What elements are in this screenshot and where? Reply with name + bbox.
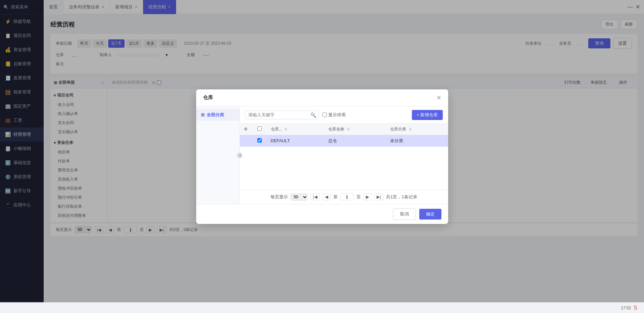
dialog-table: ⚙ 仓库... ⇅ 仓库名称 ⇅	[240, 124, 448, 190]
row-category: 未分类	[386, 135, 448, 147]
dialog-toolbar: 🔍 显示停用 + 新增仓库	[240, 107, 448, 124]
dialog-first-page-btn[interactable]: |◀	[310, 193, 319, 200]
row-code: DEFAULT	[267, 135, 325, 147]
dialog-footer: 取消 确定	[196, 204, 448, 224]
th-settings: ⚙	[240, 124, 253, 135]
search-box: 🔍	[245, 111, 319, 119]
dialog-last-page-btn[interactable]: ▶|	[374, 193, 383, 200]
dialog-title: 仓库	[203, 94, 213, 101]
taskbar: 17:52 S	[0, 302, 644, 313]
row-select-checkbox[interactable]	[257, 138, 262, 143]
dialog-page-suffix: 页	[356, 194, 361, 200]
sort-icon-category: ⇅	[409, 127, 412, 131]
per-page-label-dialog: 每页显示	[270, 194, 288, 200]
dialog-page-label: 算	[333, 194, 338, 200]
sidebar-collapse-btn[interactable]: ◁	[237, 152, 243, 158]
row-checkbox[interactable]	[253, 135, 267, 147]
th-code[interactable]: 仓库... ⇅	[267, 124, 325, 135]
dialog-prev-page-btn[interactable]: ◀	[323, 193, 331, 200]
taskbar-time: 17:52	[621, 306, 631, 310]
dialog-sidebar: ⊞ 全部分类 ◁	[196, 107, 240, 204]
dialog-body: ⊞ 全部分类 ◁ 🔍 显示停用 + 新增仓库	[196, 107, 448, 204]
show-disabled-label[interactable]: 显示停用	[323, 112, 346, 118]
dialog-pagination: 每页显示 50 10 20 100 |◀ ◀ 算 页 ▶ ▶| 共1页，1条记录	[240, 190, 448, 204]
row-settings	[240, 135, 253, 147]
dialog-total-info: 共1页，1条记录	[386, 194, 417, 200]
warehouse-dialog: 仓库 ✕ ⊞ 全部分类 ◁ 🔍	[196, 89, 448, 224]
table-row[interactable]: DEFAULT 总仓 未分类	[240, 135, 448, 147]
dialog-close-button[interactable]: ✕	[436, 94, 441, 102]
table-header-row: ⚙ 仓库... ⇅ 仓库名称 ⇅	[240, 124, 448, 135]
cancel-button[interactable]: 取消	[393, 208, 416, 220]
dialog-header: 仓库 ✕	[196, 89, 448, 107]
select-all-dialog-checkbox[interactable]	[257, 126, 262, 131]
show-disabled-checkbox[interactable]	[323, 113, 327, 117]
settings-icon-2[interactable]: ⚙	[244, 127, 248, 131]
dialog-next-page-btn[interactable]: ▶	[363, 193, 372, 200]
grid-icon-2: ⊞	[201, 112, 205, 117]
dialog-sidebar-all-categories[interactable]: ⊞ 全部分类	[196, 109, 240, 121]
search-icon-2: 🔍	[310, 112, 316, 118]
sort-icon-code: ⇅	[285, 127, 287, 131]
add-warehouse-button[interactable]: + 新增仓库	[412, 110, 442, 120]
th-category[interactable]: 仓库分类 ⇅	[386, 124, 448, 135]
dialog-search-input[interactable]	[248, 112, 310, 117]
th-name[interactable]: 仓库名称 ⇅	[324, 124, 386, 135]
sort-icon-name: ⇅	[347, 127, 350, 131]
dialog-page-input[interactable]	[340, 193, 354, 200]
dialog-overlay: 仓库 ✕ ⊞ 全部分类 ◁ 🔍	[0, 0, 644, 313]
dialog-per-page-select[interactable]: 50 10 20 100	[291, 193, 308, 201]
th-checkbox	[253, 124, 267, 135]
confirm-button[interactable]: 确定	[419, 209, 441, 220]
dialog-main: 🔍 显示停用 + 新增仓库 ⚙	[240, 107, 448, 204]
show-disabled-text: 显示停用	[328, 112, 346, 118]
row-name: 总仓	[324, 135, 386, 147]
taskbar-icons: S	[634, 305, 637, 311]
